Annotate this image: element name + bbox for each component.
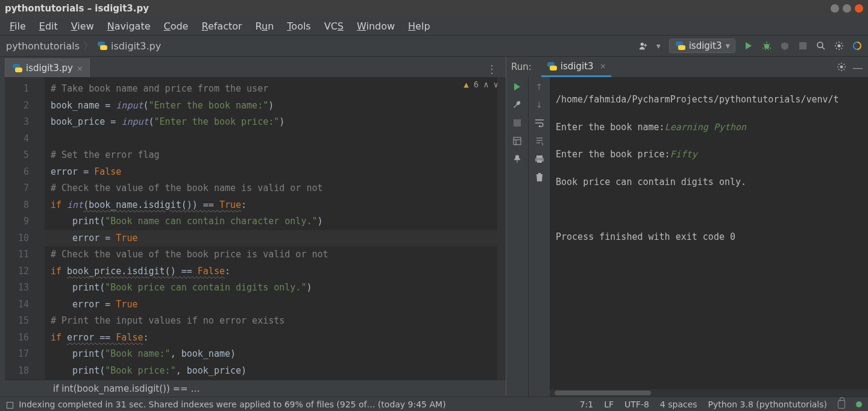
svg-point-4	[838, 45, 841, 48]
breadcrumb-file[interactable]: isdigit3.py	[96, 40, 161, 52]
run-configuration-selector[interactable]: isdigit3 ▾	[669, 39, 735, 53]
print-icon[interactable]	[535, 154, 544, 164]
status-indicator-icon[interactable]	[856, 401, 862, 407]
maximize-button[interactable]	[843, 4, 851, 13]
svg-rect-8	[536, 155, 542, 158]
menu-code[interactable]: Code	[158, 19, 195, 33]
run-header: Run: isdigit3 × —	[506, 57, 868, 77]
menu-vcs[interactable]: VCS	[318, 19, 350, 33]
scroll-to-end-icon[interactable]	[535, 136, 544, 146]
add-user-icon[interactable]	[638, 41, 648, 51]
run-tab-label: isdigit3	[561, 61, 594, 72]
search-icon[interactable]	[816, 41, 826, 51]
breadcrumb: pythontutorials 〉 isdigit3.py	[6, 40, 161, 52]
svg-rect-10	[537, 160, 542, 163]
menu-file[interactable]: File	[4, 19, 32, 33]
close-tab-icon[interactable]: ×	[77, 64, 83, 73]
menu-navigate[interactable]: Navigate	[101, 19, 157, 33]
console-line: /home/fahmida/PycharmProjects/pythontuto…	[556, 92, 862, 108]
menu-run[interactable]: Run	[250, 19, 280, 33]
stop-run-icon[interactable]	[512, 118, 522, 128]
code-content[interactable]: ▲ 6 ∧ ∨ # Take book name and price from …	[45, 77, 506, 380]
wrench-icon[interactable]	[512, 100, 522, 110]
close-run-tab-icon[interactable]: ×	[600, 61, 606, 71]
run-icon[interactable]	[744, 41, 753, 51]
status-message: Indexing completed in 31 sec. Shared ind…	[19, 400, 445, 409]
main-area: isdigit3.py × ⋮ 123 456 789 101112 13141…	[0, 57, 868, 397]
tool-windows-icon[interactable]: □	[6, 400, 14, 409]
python-icon	[546, 61, 557, 72]
editor-tab[interactable]: isdigit3.py ×	[5, 58, 90, 77]
coverage-icon[interactable]	[780, 41, 790, 51]
chevron-down-icon: ▾	[725, 40, 730, 51]
menu-window[interactable]: Window	[351, 19, 401, 33]
rerun-icon[interactable]	[512, 82, 522, 92]
breadcrumb-file-label: isdigit3.py	[111, 40, 161, 52]
close-button[interactable]	[855, 4, 863, 13]
up-arrow-icon[interactable]: ↑	[536, 82, 543, 92]
editor-scrollbar[interactable]	[497, 77, 506, 380]
run-configuration-label: isdigit3	[689, 40, 722, 51]
soft-wrap-icon[interactable]	[535, 118, 544, 128]
hide-panel-icon[interactable]: —	[852, 61, 863, 74]
svg-rect-7	[514, 137, 521, 145]
left-stripe	[0, 57, 5, 397]
code-editor[interactable]: 123 456 789 101112 131415 161718 ▲ 6 ∧ ∨…	[5, 77, 506, 380]
svg-point-5	[840, 66, 843, 69]
python-file-icon	[96, 40, 107, 51]
down-arrow-icon[interactable]: ↓	[536, 100, 543, 110]
python-icon	[675, 40, 685, 51]
svg-rect-2	[799, 42, 807, 49]
pin-icon[interactable]	[512, 154, 522, 164]
code-breadcrumb[interactable]: if int(book_name.isdigit()) == …	[5, 380, 506, 397]
code-breadcrumb-label: if int(book_name.isdigit()) == …	[53, 383, 200, 394]
breadcrumb-separator: 〉	[83, 40, 93, 52]
layout-icon[interactable]	[512, 136, 522, 146]
debug-icon[interactable]	[762, 41, 772, 51]
fold-gutter	[34, 77, 45, 380]
status-interpreter[interactable]: Python 3.8 (pythontutorials)	[708, 400, 827, 409]
editor-panel: isdigit3.py × ⋮ 123 456 789 101112 13141…	[5, 57, 506, 397]
status-indent[interactable]: 4 spaces	[660, 400, 697, 409]
menu-edit[interactable]: Edit	[33, 19, 64, 33]
editor-tab-label: isdigit3.py	[26, 63, 73, 74]
status-caret-position[interactable]: 7:1	[580, 400, 594, 409]
line-number-gutter: 123 456 789 101112 131415 161718	[5, 77, 34, 380]
run-toolbar-primary	[506, 77, 528, 397]
menu-view[interactable]: View	[65, 19, 100, 33]
stop-icon[interactable]	[798, 41, 808, 51]
inspection-badge[interactable]: ▲ 6 ∧ ∨	[464, 80, 498, 89]
settings-icon[interactable]	[834, 41, 844, 51]
minimize-button[interactable]	[831, 4, 839, 13]
console-scrollbar[interactable]	[550, 389, 868, 397]
status-bar: □ Indexing completed in 31 sec. Shared i…	[0, 397, 868, 411]
run-settings-icon[interactable]	[837, 62, 846, 72]
run-title-label: Run:	[511, 61, 532, 72]
svg-rect-6	[514, 119, 521, 127]
breadcrumb-project[interactable]: pythontutorials	[6, 40, 80, 52]
lock-icon[interactable]	[838, 400, 845, 409]
window-titlebar: pythontutorials – isdigit3.py	[0, 0, 868, 17]
run-toolbar-secondary: ↑ ↓	[528, 77, 550, 397]
run-body: ↑ ↓ /home/fahmida/PycharmProjects/python…	[506, 77, 868, 397]
status-line-separator[interactable]: LF	[604, 400, 614, 409]
trash-icon[interactable]	[535, 172, 544, 182]
menu-tools[interactable]: Tools	[281, 19, 316, 33]
run-tab[interactable]: isdigit3 ×	[541, 57, 611, 77]
tab-more-icon[interactable]: ⋮	[482, 61, 502, 77]
main-menubar: File Edit View Navigate Code Refactor Ru…	[0, 17, 868, 35]
warning-icon: ▲	[464, 80, 468, 89]
ide-logo-icon[interactable]	[852, 41, 862, 51]
status-encoding[interactable]: UTF-8	[624, 400, 649, 409]
run-console[interactable]: /home/fahmida/PycharmProjects/pythontuto…	[550, 77, 868, 389]
python-file-icon	[11, 63, 22, 74]
window-controls	[831, 4, 863, 13]
run-tool-window: Run: isdigit3 × —	[506, 57, 868, 397]
menu-help[interactable]: Help	[402, 19, 436, 33]
svg-point-3	[817, 42, 823, 48]
svg-point-0	[640, 43, 643, 46]
window-title: pythontutorials – isdigit3.py	[5, 3, 149, 14]
menu-refactor[interactable]: Refactor	[195, 19, 248, 33]
svg-point-1	[764, 44, 769, 49]
chevron-up-icon[interactable]: ∧	[483, 80, 488, 89]
